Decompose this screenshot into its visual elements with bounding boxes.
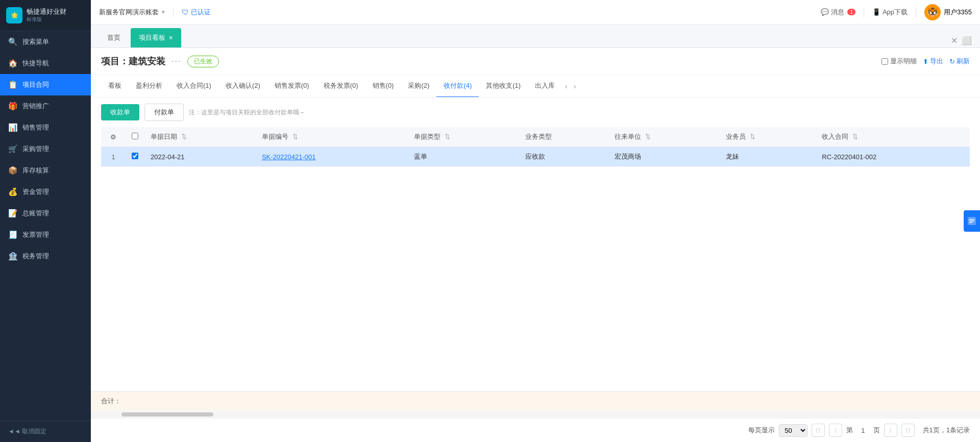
sidebar-item-sales[interactable]: 📊 销售管理 (0, 117, 91, 138)
subtab-board[interactable]: 看板 (101, 75, 129, 97)
page-end-label: 页 (873, 426, 880, 435)
sort-icon[interactable]: ⇅ (852, 133, 858, 140)
subtab-sales[interactable]: 销售(0) (365, 75, 401, 97)
tab-close-icon[interactable]: ✕ (168, 35, 173, 41)
subtab-other-expense[interactable]: 其他收支(1) (479, 75, 528, 97)
search-icon: 🔍 (8, 37, 17, 46)
per-page-label: 每页显示 (748, 426, 775, 435)
sort-icon[interactable]: ⇅ (292, 133, 298, 140)
sidebar-item-quick-nav[interactable]: 🏠 快捷导航 (0, 53, 91, 74)
maximize-button[interactable]: ⬜ (962, 36, 972, 45)
tab-home[interactable]: 首页 (99, 28, 129, 47)
tab-project-board[interactable]: 项目看板 ✕ (131, 28, 181, 47)
row-partner: 宏茂商场 (608, 147, 720, 167)
sidebar-item-purchase[interactable]: 🛒 采购管理 (0, 138, 91, 160)
sort-icon[interactable]: ⇅ (750, 133, 755, 140)
sort-icon[interactable]: ⇅ (645, 133, 651, 140)
main-area: 新服务官网演示账套 ▾ 🛡 已认证 💬 消息 1 📱 App下载 🐯 (91, 0, 980, 442)
row-num: 1 (101, 147, 126, 167)
sidebar-item-label: 税务管理 (22, 252, 49, 261)
sidebar-item-project-contract[interactable]: 📋 项目合同 (0, 74, 91, 95)
unpin-sidebar[interactable]: ◄◄ 取消固定 (0, 421, 91, 442)
more-options-button[interactable]: ··· (172, 57, 181, 66)
col-number: 单据编号 ⇅ (256, 127, 408, 147)
sidebar-item-finance[interactable]: 💰 资金管理 (0, 181, 91, 203)
content-area: 项目： 建筑安装 ··· 已生效 显示明细 ⬆ 导出 ↻ 刷新 (91, 48, 980, 442)
total-label: 合计： (101, 397, 121, 405)
row-date: 2022-04-21 (144, 147, 256, 167)
phone-icon: 📱 (872, 8, 880, 16)
horizontal-scrollbar[interactable] (121, 412, 213, 416)
table-row[interactable]: 1 2022-04-21 SK-20220421-001 蓝单 应收款 宏茂商场… (101, 147, 970, 167)
sort-icon[interactable]: ⇅ (181, 133, 187, 140)
float-action-button[interactable] (964, 210, 980, 232)
subtab-sales-invoice[interactable]: 销售发票(0) (267, 75, 316, 97)
prev-page-button[interactable]: ⟨ (829, 424, 842, 437)
sales-icon: 📊 (8, 123, 17, 132)
inventory-icon: 📦 (8, 166, 17, 175)
marketing-icon: 🎁 (8, 102, 17, 111)
unpin-label: ◄◄ 取消固定 (8, 427, 46, 436)
sidebar: 🌟 畅捷通好业财 标准版 🔍 搜索菜单 🏠 快捷导航 📋 项目合同 🎁 营销推广… (0, 0, 91, 442)
sidebar-item-search[interactable]: 🔍 搜索菜单 (0, 31, 91, 53)
subtab-purchase[interactable]: 采购(2) (401, 75, 436, 97)
row-type: 蓝单 (408, 147, 519, 167)
col-checkbox[interactable] (126, 127, 144, 147)
scroll-right-arrow[interactable]: › (571, 77, 579, 95)
sidebar-item-ledger[interactable]: 📝 总账管理 (0, 203, 91, 224)
row-number[interactable]: SK-20220421-001 (256, 147, 408, 167)
project-actions: 显示明细 ⬆ 导出 ↻ 刷新 (881, 57, 970, 66)
subtab-receipt-label: 收付款(4) (444, 82, 472, 89)
row-select-checkbox[interactable] (132, 153, 138, 159)
scroll-left-arrow[interactable]: ‹ (562, 77, 571, 95)
per-page-select[interactable]: 50 10 20 100 (779, 424, 807, 437)
subtab-income-confirm[interactable]: 收入确认(2) (218, 75, 267, 97)
show-detail-checkbox[interactable]: 显示明细 (881, 57, 917, 66)
message-icon: 💬 (821, 8, 829, 16)
user-info[interactable]: 🐯 用户3355 (924, 4, 972, 20)
subtab-receipt[interactable]: 收付款(4) (436, 75, 479, 97)
first-page-button[interactable]: ⟨⟨ (812, 424, 825, 437)
subtab-profit[interactable]: 盈利分析 (129, 75, 169, 97)
page-label: 第 (846, 426, 853, 435)
topbar: 新服务官网演示账套 ▾ 🛡 已认证 💬 消息 1 📱 App下载 🐯 (91, 0, 980, 24)
subtab-inout[interactable]: 出入库 (528, 75, 562, 97)
close-window-button[interactable]: ✕ (951, 36, 958, 45)
tab-project-board-label: 项目看板 (139, 33, 165, 42)
sidebar-item-label: 项目合同 (22, 80, 49, 89)
subtab-profit-label: 盈利分析 (136, 82, 162, 89)
sidebar-item-inventory[interactable]: 📦 库存核算 (0, 160, 91, 181)
next-page-button[interactable]: ⟩ (884, 424, 897, 437)
sort-icon[interactable]: ⇅ (445, 133, 450, 140)
refresh-button[interactable]: ↻ 刷新 (949, 57, 970, 66)
sidebar-item-label: 快捷导航 (22, 59, 49, 68)
sidebar-item-label: 发票管理 (22, 230, 49, 239)
sidebar-item-marketing[interactable]: 🎁 营销推广 (0, 95, 91, 117)
row-checkbox[interactable] (126, 147, 144, 167)
sidebar-item-tax[interactable]: 🏦 税务管理 (0, 245, 91, 267)
col-settings[interactable]: ⚙ (101, 127, 126, 147)
select-all-checkbox[interactable] (132, 133, 138, 139)
subtab-sales-label: 销售(0) (373, 82, 394, 89)
subtab-income-contract[interactable]: 收入合同(1) (169, 75, 218, 97)
app-download-button[interactable]: 📱 App下载 (872, 8, 908, 17)
sidebar-item-invoice[interactable]: 🧾 发票管理 (0, 224, 91, 245)
last-page-button[interactable]: ⟩⟩ (901, 424, 915, 437)
ledger-icon: 📝 (8, 209, 17, 218)
export-label: 导出 (930, 57, 943, 66)
receipt-btn[interactable]: 收款单 (101, 104, 139, 120)
project-header: 项目： 建筑安装 ··· 已生效 显示明细 ⬆ 导出 ↻ 刷新 (91, 48, 980, 75)
doc-number-link[interactable]: SK-20220421-001 (262, 153, 316, 161)
col-date: 单据日期 ⇅ (144, 127, 256, 147)
export-button[interactable]: ⬆ 导出 (923, 57, 943, 66)
show-detail-input[interactable] (881, 58, 888, 65)
subtab-tax-invoice[interactable]: 税务发票(0) (316, 75, 365, 97)
app-download-label: App下载 (883, 8, 908, 17)
payment-btn[interactable]: 付款单 (144, 104, 184, 121)
shield-icon: 🛡 (182, 8, 189, 16)
tax-icon: 🏦 (8, 252, 17, 261)
settings-icon[interactable]: ⚙ (110, 133, 116, 141)
message-button[interactable]: 💬 消息 1 (821, 8, 855, 17)
message-badge: 1 (847, 9, 855, 15)
account-selector[interactable]: 新服务官网演示账套 ▾ (99, 8, 165, 17)
